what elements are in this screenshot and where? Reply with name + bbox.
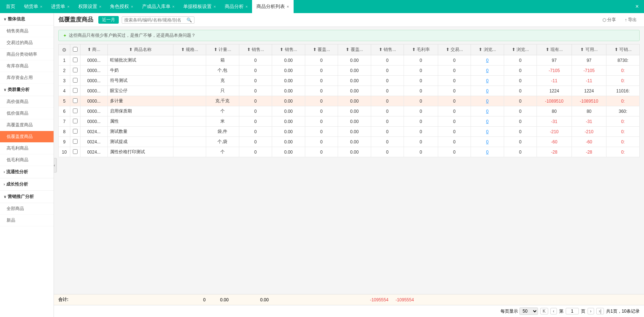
sidebar-section-marketing[interactable]: ∨ 营销推广分析 [0, 191, 54, 203]
row-sales-amt: 0.00 [272, 147, 305, 157]
col-browse2[interactable]: ⬆ 浏览... [504, 44, 537, 55]
row-checkbox[interactable] [70, 55, 80, 66]
row-gross: 0 [404, 86, 438, 96]
col-sales-amt[interactable]: ⬆ 销售... [272, 44, 305, 55]
close-template-tab[interactable]: × [213, 4, 216, 9]
row-checkbox[interactable] [70, 116, 80, 127]
sidebar-item-low-coverage[interactable]: 低覆盖度商品 [0, 131, 54, 143]
close-permission-tab[interactable]: × [99, 4, 101, 9]
row-checkbox[interactable] [70, 96, 80, 106]
search-input[interactable] [124, 17, 185, 23]
nav-item-product-analysis[interactable]: 商品分析 × [220, 0, 252, 13]
sidebar-item-sales-products[interactable]: 销售类商品 [0, 25, 54, 37]
sidebar-item-high-coverage[interactable]: 高覆盖度商品 [0, 119, 54, 131]
col-sales3[interactable]: ⬆ 销售... [371, 44, 404, 55]
table-row: 3 0000... 符号测试 克 0 0.00 0 0.00 0 0 0 0 0… [59, 76, 640, 86]
row-cov1: 0 [305, 86, 338, 96]
close-sales-tab[interactable]: × [40, 4, 42, 9]
col-sales-qty[interactable]: ⬆ 销售... [239, 44, 272, 55]
sidebar-collapse-button[interactable]: « [54, 158, 57, 173]
nav-item-role[interactable]: 角色授权 × [106, 0, 137, 13]
first-page-button[interactable]: K [540, 308, 548, 314]
close-product-entry-tab[interactable]: × [172, 4, 174, 9]
col-coverage1[interactable]: ⬆ 覆盖... [305, 44, 338, 55]
row-browse1[interactable]: 0 [471, 127, 504, 137]
col-coverage2[interactable]: ⬆ 覆盖... [338, 44, 371, 55]
nav-item-sales[interactable]: 销货单 × [20, 0, 47, 13]
row-browse1[interactable]: 0 [471, 55, 504, 66]
export-button[interactable]: ↑ 导出 [622, 16, 640, 24]
nav-item-home[interactable]: 首页 [1, 0, 20, 13]
row-browse1[interactable]: 0 [471, 137, 504, 147]
period-button[interactable]: 近一月 [98, 16, 119, 24]
row-trans: 0 [438, 96, 471, 106]
row-code: 0000... [80, 76, 108, 86]
select-all-checkbox[interactable] [73, 47, 78, 52]
col-checkbox[interactable] [70, 44, 80, 55]
row-browse1[interactable]: 0 [471, 106, 504, 116]
next-page-button[interactable]: › [588, 308, 594, 314]
sidebar-section-growth[interactable]: › 成长性分析 [0, 178, 54, 191]
nav-item-permission[interactable]: 权限设置 × [74, 0, 106, 13]
sidebar-item-low-margin[interactable]: 低毛利商品 [0, 154, 54, 166]
sidebar-section-cluster[interactable]: ∨ 类群量分析 [0, 84, 54, 96]
search-icon[interactable]: 🔍 [186, 17, 192, 23]
prev-page-button[interactable]: ‹ [550, 308, 557, 314]
row-code: 0024... [80, 137, 108, 147]
col-code[interactable]: ⬆ 商... [80, 44, 108, 55]
close-all-button[interactable]: × [632, 0, 643, 13]
row-browse1[interactable]: 0 [471, 86, 504, 96]
close-role-tab[interactable]: × [131, 4, 133, 9]
row-browse1[interactable]: 0 [471, 76, 504, 86]
close-purchase-tab[interactable]: × [67, 4, 69, 9]
nav-item-product-entry[interactable]: 产成品入库单 × [138, 0, 179, 13]
row-checkbox[interactable] [70, 137, 80, 147]
col-gross-margin[interactable]: ⬆ 毛利率 [404, 44, 438, 55]
col-current-stock[interactable]: ⬆ 现有... [537, 44, 572, 55]
sidebar-item-all-products[interactable]: 全部商品 [0, 203, 54, 215]
row-browse1[interactable]: 0 [471, 66, 504, 76]
col-browse1[interactable]: ⬆ 浏览... [471, 44, 504, 55]
row-checkbox[interactable] [70, 86, 80, 96]
sidebar-item-new-products[interactable]: 新品 [0, 215, 54, 226]
row-browse1[interactable]: 0 [471, 116, 504, 127]
last-page-button[interactable]: ›| [596, 308, 604, 314]
sidebar-item-high-margin[interactable]: 高毛利商品 [0, 143, 54, 154]
footer-label: 合计: [58, 297, 68, 303]
close-product-analysis-tab[interactable]: × [246, 4, 248, 9]
row-checkbox[interactable] [70, 66, 80, 76]
sidebar-section-overall[interactable]: ∨ 整体信息 [0, 13, 54, 25]
row-current: 80 [537, 106, 572, 116]
sidebar-item-low-value[interactable]: 低价值商品 [0, 108, 54, 119]
col-name[interactable]: ⬆ 商品名称 [107, 44, 173, 55]
sidebar-item-inventory-capital[interactable]: 库存资金占用 [0, 72, 54, 84]
row-checkbox[interactable] [70, 76, 80, 86]
sidebar-item-category-turnover[interactable]: 商品分类动销率 [0, 49, 54, 60]
row-browse1[interactable]: 0 [471, 96, 504, 106]
col-transaction[interactable]: ⬆ 交易... [438, 44, 471, 55]
row-checkbox[interactable] [70, 127, 80, 137]
nav-item-product-analysis-list[interactable]: 商品分析列表 × [252, 0, 293, 13]
row-browse1[interactable]: 0 [471, 147, 504, 157]
row-checkbox[interactable] [70, 106, 80, 116]
close-product-analysis-list-tab[interactable]: × [287, 4, 289, 9]
nav-item-template[interactable]: 单据模板设置 × [179, 0, 220, 13]
col-sellable[interactable]: ⬆ 可销... [606, 44, 640, 55]
col-unit[interactable]: ⬆ 计量... [206, 44, 239, 55]
col-available[interactable]: ⬆ 可用... [572, 44, 606, 55]
row-gross: 0 [404, 76, 438, 86]
sidebar-item-high-value[interactable]: 高价值商品 [0, 96, 54, 108]
sidebar-section-liquidity[interactable]: › 流通性分析 [0, 166, 54, 178]
row-sellable: 0: [606, 137, 640, 147]
sidebar-item-in-stock[interactable]: 有库存商品 [0, 60, 54, 72]
row-checkbox[interactable] [70, 147, 80, 157]
col-spec[interactable]: ⬆ 规格... [173, 44, 206, 55]
share-button[interactable]: ⬡ 分享 [600, 16, 619, 24]
page-number-input[interactable] [566, 308, 579, 314]
row-sales-amt: 0.00 [272, 96, 305, 106]
col-settings[interactable]: ⚙ [59, 44, 70, 55]
page-size-select[interactable]: 50 100 [519, 308, 538, 315]
sidebar-item-traded-products[interactable]: 交易过的商品 [0, 37, 54, 49]
table-row: 9 0024... 测试提成 个,袋 0 0.00 0 0.00 0 0 0 0… [59, 137, 640, 147]
nav-item-purchase[interactable]: 进货单 × [47, 0, 74, 13]
